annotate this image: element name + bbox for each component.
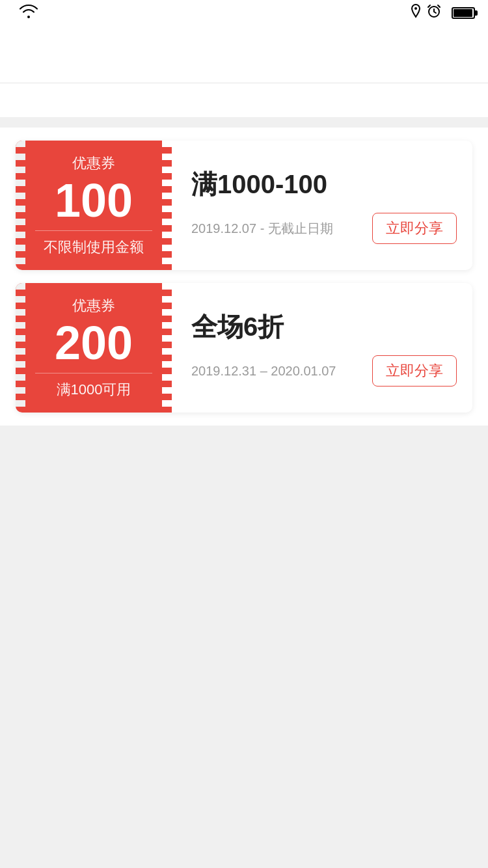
- wifi-icon: [20, 4, 38, 22]
- battery-icon: [452, 7, 475, 19]
- alarm-icon: [427, 4, 441, 22]
- coupon-label-1: 优惠券: [72, 296, 115, 316]
- coupon-amount-0: 100: [55, 177, 133, 224]
- coupon-amount-1: 200: [55, 319, 133, 366]
- coupon-left-0: 优惠券 100 不限制使用金额: [16, 141, 172, 270]
- coupon-card: 优惠券 200 满1000可用 全场6折 2019.12.31 – 2020.0…: [16, 283, 472, 413]
- coupon-divider-1: [35, 373, 152, 373]
- coupon-list: 优惠券 100 不限制使用金额 满1000-100 2019.12.07 - 无…: [0, 128, 488, 426]
- coupon-right-0: 满1000-100 2019.12.07 - 无截止日期 立即分享: [172, 141, 472, 270]
- coupon-card: 优惠券 100 不限制使用金额 满1000-100 2019.12.07 - 无…: [16, 141, 472, 270]
- coupon-label-0: 优惠券: [72, 154, 115, 173]
- location-icon: [410, 4, 422, 22]
- coupon-date-0: 2019.12.07 - 无截止日期: [191, 220, 333, 237]
- coupon-footer-0: 2019.12.07 - 无截止日期 立即分享: [191, 213, 457, 244]
- coupon-divider-0: [35, 230, 152, 231]
- coupon-left-1: 优惠券 200 满1000可用: [16, 283, 172, 413]
- status-left: [13, 4, 38, 22]
- coupon-right-1: 全场6折 2019.12.31 – 2020.01.07 立即分享: [172, 283, 472, 413]
- coupon-footer-1: 2019.12.31 – 2020.01.07 立即分享: [191, 355, 457, 387]
- coupon-date-1: 2019.12.31 – 2020.01.07: [191, 364, 336, 379]
- coupon-name-1: 全场6折: [191, 309, 457, 345]
- share-button-0[interactable]: 立即分享: [372, 213, 457, 244]
- share-button-1[interactable]: 立即分享: [372, 355, 457, 387]
- section-header: [0, 83, 488, 117]
- coupon-condition-1: 满1000可用: [57, 380, 131, 400]
- coupon-name-0: 满1000-100: [191, 167, 457, 202]
- status-right: [410, 4, 475, 22]
- nav-bar: [0, 26, 488, 83]
- coupon-condition-0: 不限制使用金额: [44, 237, 144, 257]
- status-bar: [0, 0, 488, 26]
- svg-point-0: [414, 7, 417, 10]
- background-filler: [0, 426, 488, 816]
